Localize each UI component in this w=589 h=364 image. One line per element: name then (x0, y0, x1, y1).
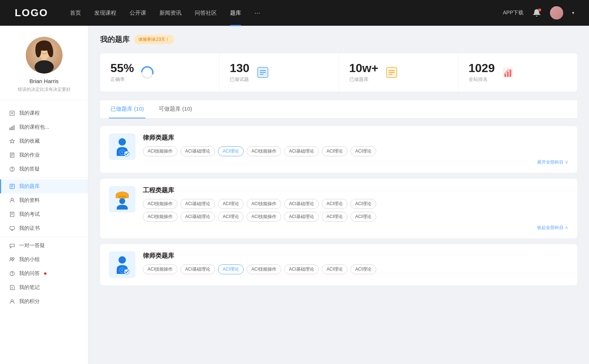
collapse-all-link[interactable]: 收起全部科目 ∧ (143, 225, 568, 231)
tag-item[interactable]: ACI基础理论 (284, 264, 319, 274)
tag-item[interactable]: ACI技能操作 (143, 212, 177, 222)
notification-bell[interactable] (531, 7, 543, 19)
homework-icon (9, 152, 15, 158)
notification-dot (538, 8, 541, 11)
sidebar-item-my-qa[interactable]: 我的问答 (0, 267, 88, 281)
sidebar-item-questions[interactable]: 我的答疑 (0, 162, 88, 176)
svg-point-30 (13, 258, 14, 260)
sidebar-item-label: 我的题库 (19, 183, 40, 190)
tag-item[interactable]: ACI理论 (218, 212, 244, 222)
profile-avatar (26, 37, 63, 74)
nav-menu: 首页 发现课程 公开课 新闻资讯 问答社区 题库 ··· (70, 9, 503, 17)
qbank-tags-engineer-row2: ACI技能操作 ACI基础理论 ACI理论 ACI技能操作 ACI基础理论 AC… (143, 212, 568, 222)
svg-point-29 (10, 258, 12, 260)
tag-item[interactable]: ACI技能操作 (247, 212, 281, 222)
sidebar-item-label: 我的作业 (19, 152, 40, 158)
stat-accuracy-value: 55% (110, 62, 134, 74)
tag-item[interactable]: ACI理论 (218, 199, 244, 209)
avatar[interactable] (550, 6, 563, 19)
sidebar-item-notes[interactable]: 我的笔记 (0, 281, 88, 295)
certificate-icon (9, 225, 15, 232)
nav-open-course[interactable]: 公开课 (130, 10, 146, 17)
tag-item[interactable]: ACI基础理论 (180, 212, 215, 222)
nav-discover[interactable]: 发现课程 (94, 10, 116, 17)
stat-done-banks: 10w+ 已做题库 (339, 53, 458, 92)
sidebar-item-favorites[interactable]: 我的收藏 (0, 134, 88, 148)
tag-item[interactable]: ACI技能操作 (247, 199, 281, 209)
favorites-icon (9, 138, 15, 144)
svg-point-18 (12, 171, 13, 171)
svg-rect-50 (507, 72, 509, 77)
tab-done-banks[interactable]: 已做题库 (10) (109, 100, 145, 118)
tag-item[interactable]: ACI基础理论 (284, 146, 319, 156)
svg-point-23 (11, 198, 13, 200)
stats-row: 55% 正确率 130 已做试题 (100, 53, 577, 92)
tag-item[interactable]: ACI技能操作 (143, 264, 177, 274)
sidebar-item-label: 我的证书 (19, 225, 40, 232)
tag-item[interactable]: ACI基础理论 (180, 264, 215, 274)
nav-more[interactable]: ··· (254, 9, 260, 17)
tag-item[interactable]: ACI技能操作 (143, 146, 177, 156)
nav-news[interactable]: 新闻资讯 (159, 10, 181, 17)
sidebar-item-course-packages[interactable]: 我的课程包... (0, 120, 88, 134)
svg-rect-10 (10, 128, 11, 130)
tab-available-banks[interactable]: 可做题库 (10) (157, 100, 194, 118)
tag-item[interactable]: ACI理论 (322, 212, 348, 222)
sidebar-item-homework[interactable]: 我的作业 (0, 148, 88, 162)
tag-item[interactable]: ACI技能操作 (143, 199, 177, 209)
user-name: Brian Harris (29, 78, 59, 84)
my-qa-icon (9, 270, 15, 277)
nav-qa[interactable]: 问答社区 (195, 10, 217, 17)
svg-point-6 (35, 60, 54, 74)
nav-home[interactable]: 首页 (70, 10, 81, 17)
sidebar-item-one-on-one[interactable]: 一对一答疑 (0, 239, 88, 253)
tag-item[interactable]: ACI基础理论 (180, 146, 215, 156)
tag-item-active[interactable]: ACI理论 (218, 264, 244, 274)
qa-notification-dot (44, 272, 46, 275)
tag-item[interactable]: ACI技能操作 (247, 264, 281, 274)
tag-item[interactable]: ACI理论 (350, 146, 376, 156)
qbank-tags-lawyer-2: ACI技能操作 ACI基础理论 ACI理论 ACI技能操作 ACI基础理论 AC… (143, 264, 568, 274)
avatar-chevron-icon[interactable]: ▾ (572, 10, 574, 15)
svg-rect-7 (10, 111, 14, 115)
exam-icon (9, 211, 15, 218)
sidebar-item-label: 我的收藏 (19, 138, 40, 144)
sidebar-item-qbank[interactable]: 我的题库 (0, 179, 88, 193)
sidebar-item-certificate[interactable]: 我的证书 (0, 221, 88, 235)
list-orange-icon (384, 65, 399, 80)
sidebar-divider-1 (0, 178, 88, 178)
tag-item[interactable]: ACI理论 (322, 264, 348, 274)
svg-rect-12 (13, 126, 14, 130)
sidebar-item-exam[interactable]: 我的考试 (0, 207, 88, 221)
tag-item[interactable]: ACI理论 (322, 146, 348, 156)
sidebar-item-profile[interactable]: 我的资料 (0, 193, 88, 207)
sidebar-item-label: 我的课程 (19, 110, 40, 117)
sidebar-item-points[interactable]: 我的积分 (0, 295, 88, 308)
svg-rect-51 (509, 69, 511, 77)
logo[interactable]: LOGO (15, 7, 48, 19)
tag-item[interactable]: ACI基础理论 (284, 199, 319, 209)
svg-point-52 (119, 138, 126, 146)
tag-item[interactable]: ACI技能操作 (247, 146, 281, 156)
tag-item[interactable]: ACI基础理论 (284, 212, 319, 222)
tag-item[interactable]: ACI理论 (350, 199, 376, 209)
stat-accuracy-label: 正确率 (110, 76, 134, 83)
sidebar-item-my-courses[interactable]: 我的课程 (0, 106, 88, 120)
tag-item[interactable]: ACI理论 (350, 212, 376, 222)
expand-all-link-1[interactable]: 展开全部科目 ∨ (143, 159, 568, 165)
tag-item[interactable]: ACI理论 (350, 264, 376, 274)
bar-red-icon (501, 65, 515, 80)
stat-done-banks-value: 10w+ (349, 62, 378, 74)
course-packages-icon (9, 124, 15, 131)
points-icon (9, 298, 15, 305)
notes-icon (9, 284, 15, 291)
qbank-card-lawyer-1: 律师类题库 ACI技能操作 ACI基础理论 ACI理论 ACI技能操作 ACI基… (100, 126, 577, 173)
svg-point-3 (35, 43, 41, 57)
sidebar-item-group[interactable]: 我的小组 (0, 253, 88, 267)
nav-qbank[interactable]: 题库 (230, 10, 241, 17)
tag-item[interactable]: ACI理论 (322, 199, 348, 209)
sidebar-item-label: 我的问答 (19, 270, 40, 277)
tag-item[interactable]: ACI基础理论 (180, 199, 215, 209)
app-download-link[interactable]: APP下载 (503, 10, 523, 16)
tag-item-active[interactable]: ACI理论 (218, 146, 244, 156)
